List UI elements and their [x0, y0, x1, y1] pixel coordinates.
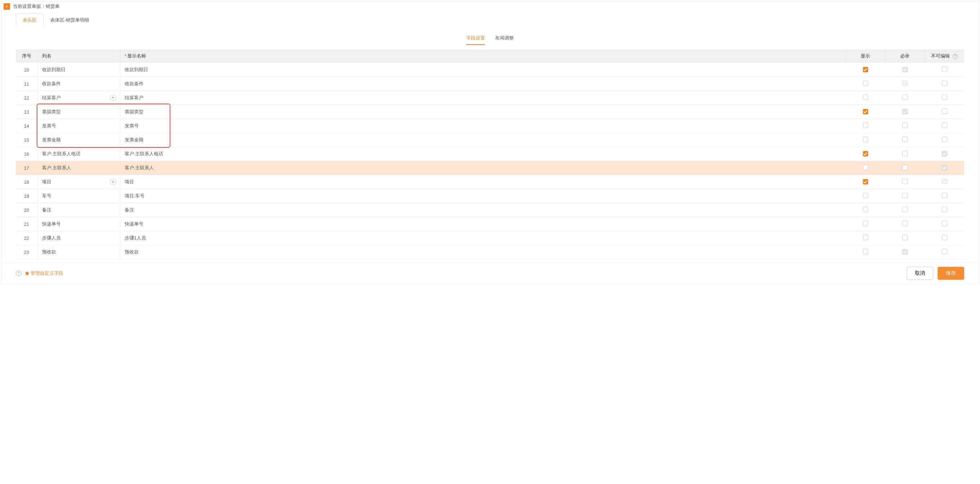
cell-display[interactable]: 客户.主联系人电话	[120, 147, 846, 161]
checkbox-noedit[interactable]	[942, 67, 947, 72]
checkbox-noedit[interactable]	[942, 235, 947, 240]
checkbox-required[interactable]	[902, 221, 908, 226]
checkbox-noedit[interactable]	[942, 123, 947, 128]
cell-required	[885, 133, 924, 147]
checkbox-show[interactable]	[863, 151, 868, 156]
save-button[interactable]: 保存	[937, 267, 964, 280]
cell-display[interactable]: 收款条件	[120, 77, 846, 91]
cell-show	[846, 91, 885, 105]
checkbox-noedit[interactable]	[942, 137, 947, 142]
cell-display[interactable]: 票据类型	[120, 105, 846, 119]
checkbox-required[interactable]	[902, 235, 908, 240]
topbar-doc: 销货单	[46, 3, 60, 10]
checkbox-noedit[interactable]	[942, 221, 947, 226]
cell-required	[885, 119, 924, 133]
cell-display[interactable]: 备注	[120, 203, 846, 217]
add-child-button[interactable]: +	[110, 179, 116, 185]
cell-display[interactable]: 项目	[120, 175, 846, 189]
cell-display[interactable]: 发票号	[120, 119, 846, 133]
checkbox-show[interactable]	[863, 207, 868, 212]
cell-name: 步骤人员	[37, 231, 120, 245]
checkbox-required	[902, 81, 908, 86]
info-icon[interactable]: ?	[953, 54, 958, 59]
manage-custom-fields-link[interactable]: 管理自定义字段	[24, 270, 63, 277]
cell-display[interactable]: 步骤1人员	[120, 231, 846, 245]
cell-display[interactable]: 预收款	[120, 245, 846, 259]
cell-show	[846, 133, 885, 147]
cell-name: 项目+	[37, 175, 120, 189]
checkbox-required[interactable]	[902, 137, 908, 142]
checkbox-noedit[interactable]	[942, 193, 947, 198]
checkbox-required[interactable]	[902, 165, 908, 170]
checkbox-show[interactable]	[863, 95, 868, 100]
col-header-show: 显示	[846, 49, 885, 63]
checkbox-noedit[interactable]	[942, 108, 947, 114]
cell-display[interactable]: 结算客户	[120, 91, 846, 105]
cell-show	[846, 217, 885, 231]
checkbox-required[interactable]	[902, 151, 908, 156]
cell-noedit	[924, 105, 964, 119]
checkbox-show[interactable]	[863, 123, 868, 128]
cell-noedit	[924, 231, 964, 245]
checkbox-noedit[interactable]	[942, 207, 947, 212]
cell-seq: 12	[16, 91, 37, 105]
table-row: 16客户.主联系人电话客户.主联系人电话	[16, 147, 964, 161]
checkbox-show[interactable]	[863, 235, 868, 240]
cell-required	[885, 217, 924, 231]
checkbox-required[interactable]	[902, 123, 908, 128]
checkbox-required[interactable]	[902, 193, 908, 198]
checkbox-required[interactable]	[902, 207, 908, 212]
subtab-1[interactable]: 布局调整	[495, 33, 514, 45]
checkbox-noedit[interactable]	[942, 81, 947, 86]
cell-noedit	[924, 77, 964, 91]
expand-sidebar-button[interactable]	[3, 3, 10, 10]
cancel-button[interactable]: 取消	[907, 267, 933, 280]
checkbox-required[interactable]	[902, 179, 908, 184]
add-child-button[interactable]: +	[110, 95, 116, 101]
checkbox-show[interactable]	[863, 67, 868, 72]
cell-display[interactable]: 项目.车号	[120, 189, 846, 203]
cell-name: 快递单号	[37, 217, 120, 231]
col-header-display: *显示名称	[120, 49, 846, 63]
cell-show	[846, 245, 885, 259]
cell-show	[846, 63, 885, 77]
table-header: 序号 列名 *显示名称 显示 必录 不可编辑 ?	[16, 49, 964, 63]
cell-noedit	[924, 245, 964, 259]
tab-0[interactable]: 表头区	[16, 14, 43, 26]
cell-display[interactable]: 客户.主联系人	[120, 161, 846, 175]
checkbox-noedit[interactable]	[942, 95, 947, 100]
gear-icon	[24, 271, 29, 276]
table-row: 22步骤人员步骤1人员	[16, 231, 964, 245]
cell-display[interactable]: 快递单号	[120, 217, 846, 231]
help-icon[interactable]: ?	[16, 271, 22, 276]
checkbox-show[interactable]	[863, 81, 868, 86]
checkbox-show[interactable]	[863, 249, 868, 254]
cell-name: 客户.主联系人	[37, 161, 120, 175]
cell-required	[885, 231, 924, 245]
cell-show	[846, 203, 885, 217]
checkbox-show[interactable]	[863, 221, 868, 226]
checkbox-show[interactable]	[863, 179, 868, 185]
cell-name: 收款到期日	[37, 63, 120, 77]
checkbox-noedit[interactable]	[942, 249, 947, 254]
cell-seq: 13	[16, 105, 37, 119]
cell-display[interactable]: 发票金额	[120, 133, 846, 147]
cell-required	[885, 161, 924, 175]
checkbox-show[interactable]	[863, 165, 868, 170]
col-header-noedit: 不可编辑 ?	[924, 49, 964, 63]
checkbox-noedit	[942, 151, 947, 156]
col-header-required: 必录	[885, 49, 924, 63]
checkbox-required[interactable]	[902, 95, 908, 100]
subtab-0[interactable]: 字段设置	[466, 33, 485, 45]
checkbox-show[interactable]	[863, 193, 868, 198]
checkbox-show[interactable]	[863, 137, 868, 142]
page-root: 当前设置单据： 销货单 表头区表体区-销货单明细 字段设置布局调整 序号 列名 …	[1, 1, 979, 285]
checkbox-show[interactable]	[863, 109, 868, 115]
cell-display[interactable]: 收款到期日	[120, 63, 846, 77]
col-header-seq: 序号	[16, 49, 37, 63]
tab-1[interactable]: 表体区-销货单明细	[43, 14, 96, 26]
cell-show	[846, 231, 885, 245]
table-row: 23预收款预收款	[16, 245, 964, 259]
table-row: 15发票金额发票金额	[16, 133, 964, 147]
cell-noedit	[924, 217, 964, 231]
